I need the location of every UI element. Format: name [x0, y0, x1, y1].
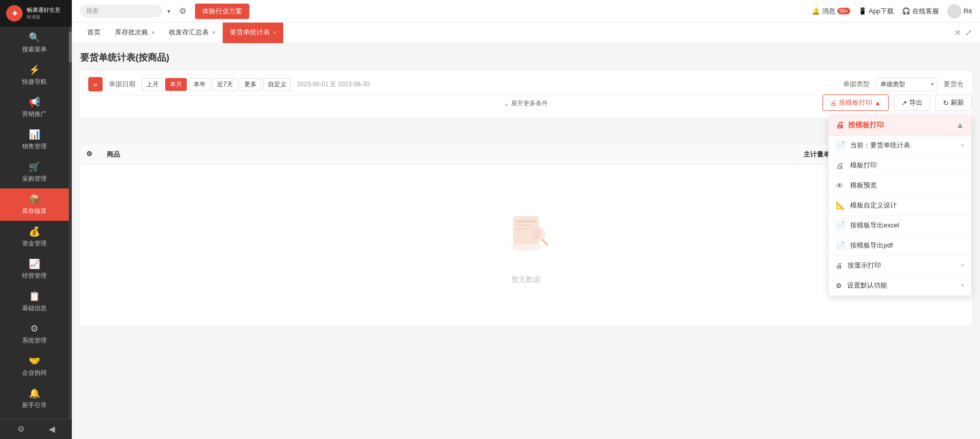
col-goods: 商品	[101, 145, 797, 164]
user-avatar-btn[interactable]: Rit	[947, 4, 972, 18]
tab-inventory-batch[interactable]: 库存批次账 ×	[108, 23, 162, 43]
operations-icon: 📈	[29, 258, 40, 270]
dropdown-default-func[interactable]: ⚙ 设置默认功能 ▾	[829, 276, 971, 296]
tab-close-order-stats[interactable]: ×	[273, 29, 276, 35]
dropdown-template-design[interactable]: 📐 模板自定义设计	[829, 196, 971, 216]
chevron-right-icon: ▾	[961, 262, 964, 269]
dropdown-title: 按模板打印	[848, 121, 884, 130]
guide-icon: 🔔	[29, 388, 40, 399]
chevron-down-icon: ▾	[931, 81, 934, 88]
tab-close-receivables[interactable]: ×	[212, 29, 215, 35]
quicknav-icon: ⚡	[29, 64, 40, 75]
export-btn[interactable]: ↗ 导出	[894, 94, 930, 111]
print-template-btn[interactable]: 🖨 按模板打印 ▲	[822, 94, 889, 111]
filter-toggle-btn[interactable]: »	[88, 77, 103, 91]
empty-illustration	[500, 206, 552, 267]
sidebar-item-label: 资金管理	[22, 239, 47, 248]
col-settings[interactable]: ⚙	[80, 145, 101, 164]
tabbar-actions: ✕ ⤢	[954, 28, 972, 37]
sidebar-item-inventory[interactable]: 📦 库存核算	[0, 188, 69, 221]
more-btn[interactable]: 更多	[240, 78, 261, 91]
svg-rect-3	[516, 224, 531, 226]
settings-footer-btn[interactable]: ⚙	[17, 424, 25, 434]
online-service-btn[interactable]: 🎧 在线客服	[902, 7, 939, 16]
sidebar-item-label: 库存核算	[22, 207, 47, 216]
dropdown-current-template[interactable]: 📄 当前：要货单统计表 ▾	[829, 136, 971, 156]
printer-icon: 🖨	[830, 99, 837, 107]
topbar-dropdown-btn[interactable]: ▾	[167, 8, 170, 15]
sidebar-item-label: 经营管理	[22, 272, 47, 280]
date-filter-label: 单据日期	[109, 80, 135, 89]
refresh-icon: ↻	[943, 99, 949, 107]
current-template-label: 当前：要货单统计表	[850, 141, 910, 150]
date-buttons: 上月 本月 本年 近7天 更多 自定义	[142, 78, 291, 91]
search-icon: 🔍	[29, 32, 40, 43]
sidebar-item-marketing[interactable]: 📢 营销推广	[0, 91, 69, 124]
sidebar-item-finance[interactable]: 💰 资金管理	[0, 221, 69, 253]
sales-icon: 📊	[29, 129, 40, 140]
notifications-badge: 99+	[837, 8, 850, 14]
tab-order-stats[interactable]: 要货单统计表 ×	[223, 23, 283, 43]
year-btn[interactable]: 本年	[189, 78, 210, 91]
sidebar-item-collab[interactable]: 🤝 企业协同	[0, 350, 69, 383]
dropdown-close-btn[interactable]: ▲	[956, 121, 964, 130]
custom-btn[interactable]: 自定义	[263, 78, 291, 91]
sidebar: ✦ 畅康通好生意 标准版 🔍 搜索菜单 ⚡ 快捷导航 📢 营销推广 📊 销售管理	[0, 0, 72, 439]
sidebar-item-search[interactable]: 🔍 搜索菜单	[0, 27, 69, 59]
sidebar-item-purchase[interactable]: 🛒 采购管理	[0, 156, 69, 188]
headset-icon: 🎧	[902, 7, 910, 15]
collab-icon: 🤝	[29, 355, 40, 367]
sidebar-item-basic[interactable]: 📋 基础信息	[0, 285, 69, 318]
search-placeholder: 搜索	[86, 7, 99, 14]
sidebar-item-label: 系统管理	[22, 336, 47, 345]
dropdown-template-preview[interactable]: 👁 模板预览	[829, 176, 971, 196]
default-func-icon: ⚙	[836, 282, 842, 290]
7days-btn[interactable]: 近7天	[212, 78, 238, 91]
tab-receivables[interactable]: 收发存汇总表 ×	[162, 23, 222, 43]
purchase-icon: 🛒	[29, 161, 40, 173]
topbar-right: 🔔 消息 99+ 📱 App下载 🎧 在线客服 Rit	[812, 4, 972, 18]
sidebar-item-operations[interactable]: 📈 经营管理	[0, 253, 69, 285]
inventory-icon: 📦	[29, 194, 40, 205]
prev-month-btn[interactable]: 上月	[142, 78, 163, 91]
bell-icon: 🔔	[812, 7, 820, 15]
trial-btn[interactable]: 体验行业方案	[195, 4, 249, 19]
sidebar-item-system[interactable]: ⚙ 系统管理	[0, 318, 69, 350]
tab-home[interactable]: 首页	[80, 23, 108, 43]
current-month-btn[interactable]: 本月	[165, 78, 187, 91]
sidebar-item-label: 企业协同	[22, 369, 47, 377]
sidebar-item-quicknav[interactable]: ⚡ 快捷导航	[0, 59, 69, 91]
display-print-icon: 🖨	[836, 262, 842, 270]
dropdown-display-print[interactable]: 🖨 按显示打印 ▾	[829, 256, 971, 276]
download-icon: 📱	[858, 7, 867, 15]
sidebar-item-label: 基础信息	[22, 304, 47, 313]
dropdown-template-print[interactable]: 🖨 模板打印	[829, 156, 971, 176]
type-select[interactable]: 单据类型 ▾	[876, 78, 937, 91]
dropdown-export-excel[interactable]: 📄 按模板导出excel	[829, 216, 971, 236]
sidebar-item-sales[interactable]: 📊 销售管理	[0, 124, 69, 156]
topbar-gear-btn[interactable]: ⚙	[175, 4, 190, 18]
type-filter-label: 单据类型	[843, 80, 870, 89]
app-badge: 标准版	[27, 14, 61, 21]
notifications-btn[interactable]: 🔔 消息 99+	[812, 7, 850, 16]
sidebar-item-label: 快捷导航	[22, 78, 47, 86]
sidebar-item-guide[interactable]: 🔔 新手引导	[0, 383, 69, 415]
sidebar-item-label: 搜索菜单	[22, 45, 47, 54]
chevron-up-icon: ▲	[874, 99, 881, 107]
svg-point-6	[532, 229, 542, 239]
print-dropdown-popup: 🖨 按模板打印 ▲ 📄 当前：要货单统计表 ▾ 🖨 模板打印 👁 模板预览	[828, 115, 972, 296]
tab-close-inventory-batch[interactable]: ×	[151, 29, 154, 35]
dropdown-export-pdf[interactable]: 📄 按模板导出pdf	[829, 236, 971, 256]
sidebar-item-apps[interactable]: ▣ 应用中心	[0, 415, 69, 418]
chevron-right-icon: ▾	[961, 282, 964, 289]
refresh-btn[interactable]: ↻ 刷新	[935, 94, 972, 111]
app-download-btn[interactable]: 📱 App下载	[858, 7, 894, 16]
export-icon: ↗	[901, 99, 907, 107]
expand-icon: ⌄	[504, 100, 509, 107]
collapse-sidebar-btn[interactable]: ◀	[49, 424, 55, 434]
maximize-tab-btn[interactable]: ⤢	[965, 28, 972, 37]
marketing-icon: 📢	[29, 97, 40, 108]
close-tab-btn[interactable]: ✕	[954, 28, 961, 37]
top-action-btns: 🖨 按模板打印 ▲ ↗ 导出 ↻ 刷新	[822, 94, 972, 111]
sidebar-nav: 🔍 搜索菜单 ⚡ 快捷导航 📢 营销推广 📊 销售管理 🛒 采购管理 📦	[0, 27, 69, 418]
